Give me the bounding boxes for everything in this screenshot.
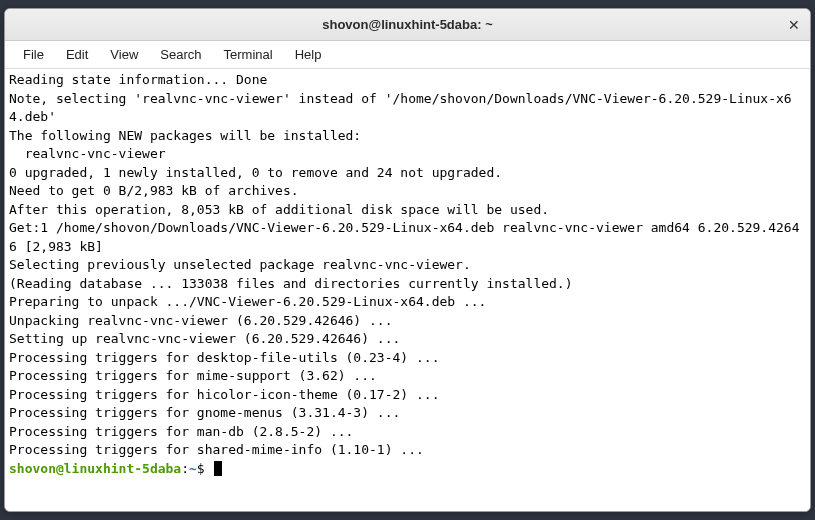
menu-search[interactable]: Search bbox=[150, 43, 211, 66]
line: Processing triggers for man-db (2.8.5-2)… bbox=[9, 424, 353, 439]
window-title: shovon@linuxhint-5daba: ~ bbox=[322, 17, 493, 32]
close-button[interactable]: ✕ bbox=[784, 15, 804, 35]
prompt-user-host: shovon@linuxhint-5daba bbox=[9, 461, 181, 476]
line: Note, selecting 'realvnc-vnc-viewer' ins… bbox=[9, 91, 792, 125]
line: Processing triggers for desktop-file-uti… bbox=[9, 350, 439, 365]
line: 0 upgraded, 1 newly installed, 0 to remo… bbox=[9, 165, 502, 180]
line: (Reading database ... 133038 files and d… bbox=[9, 276, 573, 291]
terminal-output[interactable]: Reading state information... Done Note, … bbox=[5, 69, 810, 511]
line: Preparing to unpack .../VNC-Viewer-6.20.… bbox=[9, 294, 486, 309]
titlebar[interactable]: shovon@linuxhint-5daba: ~ ✕ bbox=[5, 9, 810, 41]
line: Get:1 /home/shovon/Downloads/VNC-Viewer-… bbox=[9, 220, 800, 254]
line: The following NEW packages will be insta… bbox=[9, 128, 361, 143]
line: Selecting previously unselected package … bbox=[9, 257, 471, 272]
line: Processing triggers for shared-mime-info… bbox=[9, 442, 424, 457]
prompt-colon: : bbox=[181, 461, 189, 476]
prompt-path: ~ bbox=[189, 461, 197, 476]
prompt-dollar: $ bbox=[197, 461, 205, 476]
close-icon: ✕ bbox=[788, 17, 800, 33]
line: realvnc-vnc-viewer bbox=[9, 146, 166, 161]
menu-help[interactable]: Help bbox=[285, 43, 332, 66]
terminal-window: shovon@linuxhint-5daba: ~ ✕ File Edit Vi… bbox=[4, 8, 811, 512]
menu-edit[interactable]: Edit bbox=[56, 43, 98, 66]
menu-view[interactable]: View bbox=[100, 43, 148, 66]
line: Setting up realvnc-vnc-viewer (6.20.529.… bbox=[9, 331, 400, 346]
line: Need to get 0 B/2,983 kB of archives. bbox=[9, 183, 299, 198]
line: Unpacking realvnc-vnc-viewer (6.20.529.4… bbox=[9, 313, 393, 328]
line: After this operation, 8,053 kB of additi… bbox=[9, 202, 549, 217]
line: Reading state information... Done bbox=[9, 72, 267, 87]
line: Processing triggers for mime-support (3.… bbox=[9, 368, 377, 383]
menu-terminal[interactable]: Terminal bbox=[214, 43, 283, 66]
menubar: File Edit View Search Terminal Help bbox=[5, 41, 810, 69]
menu-file[interactable]: File bbox=[13, 43, 54, 66]
cursor bbox=[214, 461, 222, 476]
line: Processing triggers for hicolor-icon-the… bbox=[9, 387, 439, 402]
line: Processing triggers for gnome-menus (3.3… bbox=[9, 405, 400, 420]
